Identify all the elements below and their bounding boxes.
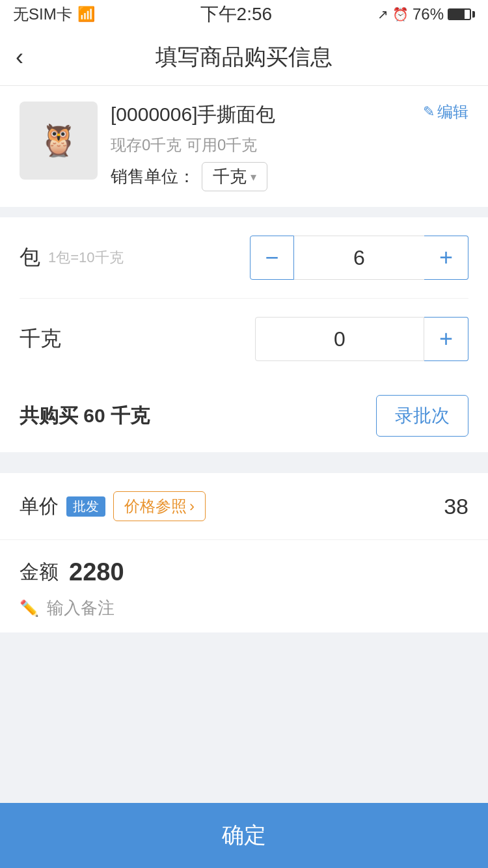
confirm-button[interactable]: 确定: [0, 803, 488, 868]
total-section: 共购买 60 千克 录批次: [0, 379, 488, 452]
alarm-icon: ⏰: [392, 7, 409, 22]
pack-increment-button[interactable]: +: [424, 236, 468, 280]
total-amount: 60: [83, 405, 105, 426]
unit-dropdown-icon: ▾: [251, 170, 256, 184]
kg-label: 千克: [20, 325, 61, 353]
confirm-label: 确定: [222, 821, 266, 850]
total-prefix: 共购买: [20, 405, 78, 426]
unit-value: 千克: [213, 165, 247, 188]
wifi-icon: 📶: [77, 6, 95, 23]
price-ref-label: 价格参照: [124, 496, 187, 517]
price-label-row: 单价 批发 价格参照 ›: [20, 491, 206, 521]
amount-section: 金额 2280 ✏️ 输入备注: [0, 540, 488, 632]
kg-input-row: 千克 +: [20, 299, 468, 379]
back-button[interactable]: ‹: [16, 44, 23, 71]
battery-icon: [448, 8, 475, 20]
carrier-text: 无SIM卡: [13, 4, 72, 25]
price-ref-button[interactable]: 价格参照 ›: [113, 491, 206, 521]
product-card: 🦉 [0000006]手撕面包 现存0千克 可用0千克 销售单位： 千克 ▾ ✎…: [0, 86, 488, 207]
nav-bar: ‹ 填写商品购买信息: [0, 29, 488, 86]
edit-button[interactable]: ✎ 编辑: [423, 102, 468, 122]
product-image: 🦉: [39, 122, 78, 159]
pack-input[interactable]: [294, 236, 424, 280]
unit-label: 销售单位：: [111, 165, 195, 188]
price-ref-arrow: ›: [189, 497, 195, 515]
price-value: 38: [444, 494, 468, 519]
remark-placeholder: 输入备注: [47, 597, 115, 619]
amount-label: 金额: [20, 559, 59, 586]
edit-label: 编辑: [437, 102, 468, 122]
remark-row[interactable]: ✏️ 输入备注: [20, 597, 468, 619]
product-thumbnail: 🦉: [20, 102, 98, 180]
price-section: 单价 批发 价格参照 › 38: [0, 473, 488, 540]
kg-stepper: +: [255, 317, 468, 361]
location-icon: ↗: [377, 7, 388, 22]
kg-increment-button[interactable]: +: [424, 317, 468, 361]
total-unit-text: 千克: [111, 405, 150, 426]
pack-label: 包: [20, 243, 40, 272]
product-info: [0000006]手撕面包 现存0千克 可用0千克 销售单位： 千克 ▾: [111, 102, 410, 191]
pack-stepper: − +: [250, 236, 468, 280]
product-unit-row: 销售单位： 千克 ▾: [111, 162, 410, 191]
pack-label-group: 包 1包=10千克: [20, 243, 124, 272]
edit-icon: ✎: [423, 103, 435, 120]
status-bar: 无SIM卡 📶 下午2:56 ↗ ⏰ 76%: [0, 0, 488, 29]
divider-1: [0, 207, 488, 217]
pack-hint: 1包=10千克: [48, 248, 124, 267]
record-batch-button[interactable]: 录批次: [376, 395, 468, 437]
unit-selector[interactable]: 千克 ▾: [202, 162, 267, 191]
pencil-icon: ✏️: [20, 599, 39, 617]
product-stock: 现存0千克 可用0千克: [111, 135, 410, 156]
price-label: 单价: [20, 493, 59, 520]
total-text: 共购买 60 千克: [20, 403, 150, 429]
batch-tag: 批发: [66, 496, 105, 517]
input-section: 包 1包=10千克 − + 千克 +: [0, 217, 488, 379]
status-left: 无SIM卡 📶: [13, 4, 95, 25]
pack-input-row: 包 1包=10千克 − +: [20, 217, 468, 299]
amount-value: 2280: [69, 558, 124, 586]
product-card-right: ✎ 编辑: [423, 102, 468, 122]
pack-decrement-button[interactable]: −: [250, 236, 294, 280]
battery-percent: 76%: [413, 5, 444, 23]
kg-input[interactable]: [255, 317, 424, 361]
product-name: [0000006]手撕面包: [111, 102, 410, 128]
amount-row: 金额 2280: [20, 558, 468, 586]
status-right: ↗ ⏰ 76%: [377, 5, 475, 23]
page-title: 填写商品购买信息: [156, 42, 332, 72]
divider-2: [0, 452, 488, 463]
status-time: 下午2:56: [200, 2, 273, 27]
